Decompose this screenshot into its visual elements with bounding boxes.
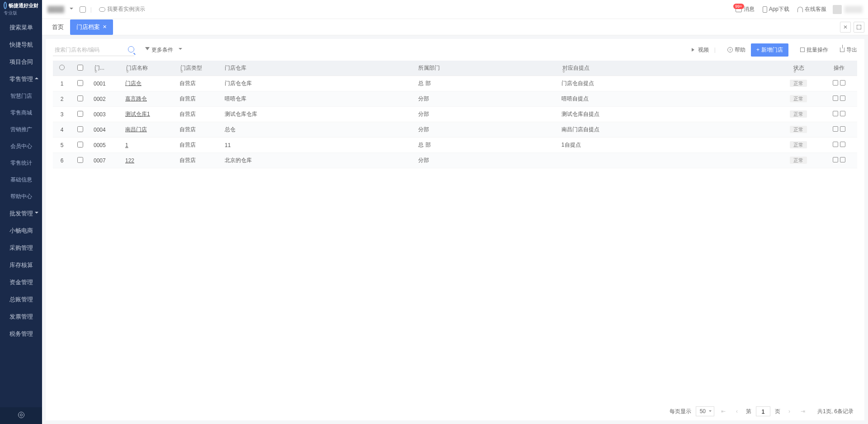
tabs-bar: 首页 门店档案 ✕ ✕	[42, 19, 868, 35]
cell-warehouse: 11	[220, 138, 414, 153]
sidebar-item[interactable]: 零售管理	[0, 71, 42, 88]
row-edit-icon[interactable]	[833, 111, 838, 116]
row-checkbox[interactable]	[77, 142, 83, 148]
row-more-icon[interactable]	[840, 111, 845, 116]
search-input[interactable]	[53, 43, 134, 56]
play-icon	[692, 48, 696, 52]
select-all-checkbox[interactable]	[77, 65, 83, 71]
org-name[interactable]: ████	[47, 6, 64, 13]
col-type[interactable]: 门店类型	[175, 61, 220, 76]
status-badge: 正常	[790, 80, 807, 87]
cell-type: 自营店	[175, 107, 220, 122]
message-badge: 99+	[733, 4, 744, 9]
cell-pickup	[557, 153, 776, 168]
col-code[interactable]: 门...	[89, 61, 121, 76]
col-name[interactable]: 门店名称	[121, 61, 175, 76]
col-status[interactable]: 状态	[776, 61, 821, 76]
online-service-link[interactable]: 在线客服	[797, 5, 826, 13]
table-settings-icon[interactable]	[59, 65, 65, 70]
sidebar-item[interactable]: 发票管理	[0, 308, 42, 325]
more-filters-link[interactable]: 更多条件	[145, 46, 186, 54]
close-tab-button[interactable]: ✕	[840, 22, 851, 33]
batch-ops-link[interactable]: 批量操作	[800, 46, 828, 54]
avatar[interactable]	[833, 5, 842, 14]
username[interactable]	[844, 6, 863, 13]
sidebar-subitem[interactable]: 营销推广	[0, 121, 42, 138]
export-link[interactable]: 导出	[840, 46, 857, 54]
page-next[interactable]: ›	[785, 407, 794, 416]
row-more-icon[interactable]	[840, 126, 845, 132]
sidebar-item[interactable]: 小畅电商	[0, 222, 42, 239]
row-more-icon[interactable]	[840, 157, 845, 162]
cell-warehouse: 测试仓库仓库	[220, 107, 414, 122]
col-warehouse[interactable]: 门店仓库	[220, 61, 414, 76]
video-link[interactable]: 视频	[692, 46, 709, 54]
sidebar-item[interactable]: 批发管理	[0, 205, 42, 222]
cloud-icon	[99, 7, 105, 12]
sidebar-settings[interactable]	[0, 407, 42, 424]
cell-code: 0005	[89, 138, 121, 153]
page-size-select[interactable]: 50	[696, 406, 714, 416]
page-input[interactable]	[756, 406, 770, 416]
row-edit-icon[interactable]	[833, 142, 838, 147]
chevron-down-icon[interactable]	[70, 8, 73, 11]
sidebar-subitem[interactable]: 智慧门店	[0, 88, 42, 105]
store-name-link[interactable]: 门店仓	[125, 80, 142, 86]
sidebar-subitem[interactable]: 帮助中心	[0, 188, 42, 205]
store-name-link[interactable]: 122	[125, 157, 134, 164]
sidebar-item[interactable]: 税务管理	[0, 325, 42, 343]
page-prev[interactable]: ‹	[732, 407, 741, 416]
sidebar-item[interactable]: 快捷导航	[0, 36, 42, 53]
col-pickup[interactable]: 对应自提点	[557, 61, 776, 76]
video-label: 视频	[698, 46, 709, 54]
tab-home[interactable]: 首页	[46, 19, 70, 35]
sidebar-subitem[interactable]: 会员中心	[0, 138, 42, 155]
row-edit-icon[interactable]	[833, 80, 838, 86]
store-name-link[interactable]: 嘉言路仓	[125, 95, 147, 102]
row-more-icon[interactable]	[840, 95, 845, 101]
page-last[interactable]: ⇥	[798, 407, 807, 416]
more-filters-label: 更多条件	[151, 46, 173, 54]
cell-pickup: 测试仓库自提点	[557, 107, 776, 122]
row-index: 1	[53, 76, 71, 91]
sidebar-item[interactable]: 库存核算	[0, 257, 42, 274]
tab-store-archive[interactable]: 门店档案 ✕	[70, 19, 113, 35]
row-more-icon[interactable]	[840, 142, 845, 147]
app-download-link[interactable]: App下载	[763, 5, 789, 13]
row-checkbox[interactable]	[77, 80, 83, 86]
sidebar-subitem[interactable]: 基础信息	[0, 172, 42, 188]
row-checkbox[interactable]	[77, 95, 83, 101]
sidebar-item[interactable]: 搜索菜单	[0, 19, 42, 36]
row-more-icon[interactable]	[840, 80, 845, 86]
settings-icon[interactable]	[80, 6, 86, 13]
message-icon: 99+	[736, 7, 742, 12]
demo-link[interactable]: 我要看实例演示	[99, 5, 145, 13]
sidebar-item[interactable]: 资金管理	[0, 274, 42, 291]
sidebar-subitem[interactable]: 零售统计	[0, 155, 42, 172]
sidebar-item[interactable]: 采购管理	[0, 239, 42, 257]
row-checkbox[interactable]	[77, 157, 83, 163]
row-checkbox[interactable]	[77, 111, 83, 117]
store-name-link[interactable]: 测试仓库1	[125, 111, 150, 117]
row-edit-icon[interactable]	[833, 126, 838, 132]
logo-icon	[4, 2, 7, 9]
sidebar-item[interactable]: 项目合同	[0, 53, 42, 71]
stores-table: 门... 门店名称 门店类型 门店仓库 所属部门 对应自提点 状态 操作 100…	[53, 61, 857, 168]
help-link[interactable]: ? 帮助	[727, 46, 745, 54]
store-name-link[interactable]: 南昌门店	[125, 126, 147, 133]
phone-icon	[763, 6, 767, 13]
page-prefix: 第	[746, 408, 751, 415]
page-first[interactable]: ⇤	[719, 407, 728, 416]
row-edit-icon[interactable]	[833, 157, 838, 162]
sidebar-item[interactable]: 总账管理	[0, 291, 42, 308]
close-icon[interactable]: ✕	[103, 24, 107, 30]
search-icon[interactable]	[128, 46, 134, 52]
messages-link[interactable]: 99+ 消息	[736, 5, 755, 13]
row-checkbox[interactable]	[77, 126, 83, 132]
col-dept[interactable]: 所属部门	[414, 61, 557, 76]
sidebar-subitem[interactable]: 零售商城	[0, 105, 42, 121]
store-name-link[interactable]: 1	[125, 142, 128, 148]
fullscreen-button[interactable]	[854, 22, 864, 33]
new-store-button[interactable]: + 新增门店	[751, 43, 788, 57]
row-edit-icon[interactable]	[833, 95, 838, 101]
